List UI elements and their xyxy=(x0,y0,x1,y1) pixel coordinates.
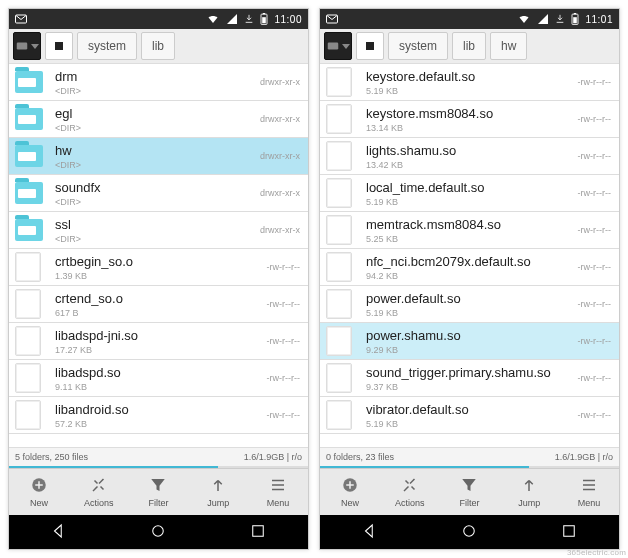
file-name: keystore.default.so xyxy=(366,69,572,84)
action-menu[interactable]: Menu xyxy=(559,469,619,515)
action-label: Menu xyxy=(578,498,601,508)
file-size: 5.19 KB xyxy=(366,86,572,96)
file-permissions: -rw-r--r-- xyxy=(572,410,611,420)
plus-circle-icon xyxy=(341,476,359,496)
list-item[interactable]: sound_trigger.primary.shamu.so 9.37 KB -… xyxy=(320,360,619,397)
file-permissions: drwxr-xr-x xyxy=(254,77,300,87)
list-item[interactable]: egl <DIR> drwxr-xr-x xyxy=(9,101,308,138)
action-filter[interactable]: Filter xyxy=(129,469,189,515)
action-jump[interactable]: Jump xyxy=(188,469,248,515)
file-icon xyxy=(326,104,356,134)
storage-dropdown[interactable] xyxy=(324,32,352,60)
breadcrumb[interactable]: system xyxy=(77,32,137,60)
breadcrumb[interactable]: system xyxy=(388,32,448,60)
file-name: power.default.so xyxy=(366,291,572,306)
status-bar: 11:00 xyxy=(9,9,308,29)
battery-icon xyxy=(571,13,579,25)
breadcrumb[interactable]: lib xyxy=(141,32,175,60)
back-icon[interactable] xyxy=(50,522,68,543)
list-item[interactable]: soundfx <DIR> drwxr-xr-x xyxy=(9,175,308,212)
storage-dropdown[interactable] xyxy=(13,32,41,60)
list-item[interactable]: local_time.default.so 5.19 KB -rw-r--r-- xyxy=(320,175,619,212)
list-item[interactable]: hw <DIR> drwxr-xr-x xyxy=(9,138,308,175)
recents-icon[interactable] xyxy=(249,522,267,543)
list-item[interactable]: nfc_nci.bcm2079x.default.so 94.2 KB -rw-… xyxy=(320,249,619,286)
svg-rect-13 xyxy=(328,43,339,50)
file-permissions: -rw-r--r-- xyxy=(261,373,300,383)
list-item[interactable]: power.default.so 5.19 KB -rw-r--r-- xyxy=(320,286,619,323)
file-name: sound_trigger.primary.shamu.so xyxy=(366,365,572,380)
download-icon xyxy=(244,13,254,25)
action-new[interactable]: New xyxy=(9,469,69,515)
file-size: <DIR> xyxy=(55,86,254,96)
list-item[interactable]: libadspd-jni.so 17.27 KB -rw-r--r-- xyxy=(9,323,308,360)
file-name: crtend_so.o xyxy=(55,291,261,306)
file-size: 13.42 KB xyxy=(366,160,572,170)
file-name: memtrack.msm8084.so xyxy=(366,217,572,232)
home-icon[interactable] xyxy=(149,522,167,543)
file-size: 5.19 KB xyxy=(366,308,572,318)
file-name: ssl xyxy=(55,217,254,232)
file-permissions: -rw-r--r-- xyxy=(572,188,611,198)
list-item[interactable]: keystore.default.so 5.19 KB -rw-r--r-- xyxy=(320,64,619,101)
status-clock: 11:00 xyxy=(274,14,302,25)
breadcrumb[interactable]: hw xyxy=(490,32,527,60)
file-size: <DIR> xyxy=(55,123,254,133)
list-item[interactable]: crtend_so.o 617 B -rw-r--r-- xyxy=(9,286,308,323)
file-permissions: -rw-r--r-- xyxy=(572,262,611,272)
action-label: Filter xyxy=(459,498,479,508)
file-icon xyxy=(326,178,356,208)
action-label: Jump xyxy=(518,498,540,508)
action-new[interactable]: New xyxy=(320,469,380,515)
home-icon[interactable] xyxy=(460,522,478,543)
action-filter[interactable]: Filter xyxy=(440,469,500,515)
status-bar: 11:01 xyxy=(320,9,619,29)
list-item[interactable]: vibrator.default.so 5.19 KB -rw-r--r-- xyxy=(320,397,619,434)
list-item[interactable]: power.shamu.so 9.29 KB -rw-r--r-- xyxy=(320,323,619,360)
list-item[interactable]: keystore.msm8084.so 13.14 KB -rw-r--r-- xyxy=(320,101,619,138)
file-size: 9.11 KB xyxy=(55,382,261,392)
menu-icon xyxy=(269,476,287,496)
file-list[interactable]: keystore.default.so 5.19 KB -rw-r--r-- k… xyxy=(320,64,619,447)
breadcrumb-bar: systemlib xyxy=(9,29,308,64)
list-item[interactable]: memtrack.msm8084.so 5.25 KB -rw-r--r-- xyxy=(320,212,619,249)
file-list[interactable]: drm <DIR> drwxr-xr-x egl <DIR> drwxr-xr-… xyxy=(9,64,308,447)
list-item[interactable]: ssl <DIR> drwxr-xr-x xyxy=(9,212,308,249)
list-item[interactable]: libadspd.so 9.11 KB -rw-r--r-- xyxy=(9,360,308,397)
list-item[interactable]: libandroid.so 57.2 KB -rw-r--r-- xyxy=(9,397,308,434)
file-permissions: -rw-r--r-- xyxy=(261,262,300,272)
svg-rect-11 xyxy=(574,13,576,14)
action-actions[interactable]: Actions xyxy=(380,469,440,515)
list-item[interactable]: drm <DIR> drwxr-xr-x xyxy=(9,64,308,101)
file-size: 5.19 KB xyxy=(366,197,572,207)
list-item[interactable]: crtbegin_so.o 1.39 KB -rw-r--r-- xyxy=(9,249,308,286)
wifi-icon xyxy=(206,13,220,25)
file-icon xyxy=(326,289,356,319)
svg-rect-17 xyxy=(564,525,575,536)
file-permissions: -rw-r--r-- xyxy=(572,77,611,87)
file-size: 9.37 KB xyxy=(366,382,572,392)
root-button[interactable] xyxy=(356,32,384,60)
root-button[interactable] xyxy=(45,32,73,60)
back-icon[interactable] xyxy=(361,522,379,543)
action-label: Filter xyxy=(148,498,168,508)
file-size: 1.39 KB xyxy=(55,271,261,281)
action-menu[interactable]: Menu xyxy=(248,469,308,515)
folder-icon xyxy=(15,178,45,208)
file-size: 5.19 KB xyxy=(366,419,572,429)
signal-icon xyxy=(537,13,549,25)
breadcrumb[interactable]: lib xyxy=(452,32,486,60)
file-permissions: -rw-r--r-- xyxy=(261,410,300,420)
file-icon xyxy=(326,215,356,245)
svg-point-7 xyxy=(153,525,164,536)
recents-icon[interactable] xyxy=(560,522,578,543)
file-size: 9.29 KB xyxy=(366,345,572,355)
action-actions[interactable]: Actions xyxy=(69,469,129,515)
list-item[interactable]: lights.shamu.so 13.42 KB -rw-r--r-- xyxy=(320,138,619,175)
action-jump[interactable]: Jump xyxy=(499,469,559,515)
file-icon xyxy=(326,326,356,356)
file-size: 13.14 KB xyxy=(366,123,572,133)
svg-rect-12 xyxy=(574,17,578,23)
folder-icon xyxy=(15,104,45,134)
file-icon xyxy=(15,289,45,319)
